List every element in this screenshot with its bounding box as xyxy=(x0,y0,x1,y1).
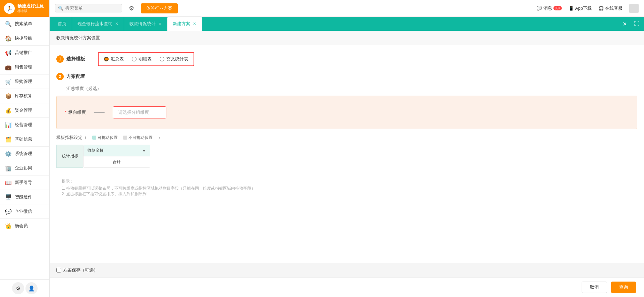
hint-line-2: 2. 点击标题栏下拉可设置排序、插入列和删除列 xyxy=(62,191,632,197)
sidebar-item-management[interactable]: 📊 经营管理 xyxy=(0,118,49,132)
tab-close-icon[interactable]: ✕ xyxy=(158,21,162,26)
fixed-label: 不可拖动位置 xyxy=(128,135,153,141)
chevron-down-icon: ▼ xyxy=(142,149,146,153)
hint-title: 提示： xyxy=(62,179,632,184)
sidebar-item-basicinfo[interactable]: 🗂️ 基础信息 xyxy=(0,132,49,147)
sales-icon: 💼 xyxy=(5,64,11,70)
breadcrumb-text: 收款情况统计方案设置 xyxy=(56,35,100,40)
metrics-section-header: 统计指标 xyxy=(56,145,83,168)
radio-summary[interactable]: 汇总表 xyxy=(104,56,124,62)
sidebar-item-label: 库存核算 xyxy=(15,93,32,99)
sidebar-bottom: ⚙ 👤 xyxy=(0,279,49,297)
sidebar-item-label: 智能硬件 xyxy=(15,194,32,200)
sidebar-item-label: 销售管理 xyxy=(15,64,32,70)
sidebar-item-label: 企业协同 xyxy=(15,165,32,171)
weixin-icon: 💬 xyxy=(5,208,11,214)
sidebar-item-system[interactable]: ⚙️ 系统管理 xyxy=(0,147,49,161)
sidebar-item-label: 基础信息 xyxy=(15,136,32,142)
query-button[interactable]: 查询 xyxy=(611,282,636,293)
tab-label: 首页 xyxy=(58,21,66,27)
sidebar: 🏃 畅捷通好生意 标准版 🔍 搜索菜单 🏠 快捷导航 📢 营销推广 💼 销售管理… xyxy=(0,0,50,297)
metrics-config-text: 模板指标设定（ xyxy=(56,135,87,141)
sidebar-item-weixin[interactable]: 💬 企业微信 xyxy=(0,204,49,219)
page-body: 1 选择模板 汇总表 明细表 交叉统计表 xyxy=(50,45,644,263)
search-icon: 🔍 xyxy=(5,21,11,27)
step1-num: 1 xyxy=(56,55,64,63)
cancel-button[interactable]: 取消 xyxy=(582,282,607,293)
radio-detail-input[interactable] xyxy=(132,57,137,61)
tab-label: 现金银行流水查询 xyxy=(77,21,112,27)
arrow-icon: —— xyxy=(94,109,105,115)
radio-cross[interactable]: 交叉统计表 xyxy=(160,56,188,62)
sidebar-item-purchase[interactable]: 🛒 采购管理 xyxy=(0,75,49,89)
step1-header: 1 选择模板 汇总表 明细表 交叉统计表 xyxy=(56,52,637,66)
save-checkbox[interactable] xyxy=(56,268,61,273)
dimension-selector[interactable]: 请选择分组维度 xyxy=(113,106,166,118)
step2-num: 2 xyxy=(56,73,64,80)
sidebar-item-label: 系统管理 xyxy=(15,151,32,157)
tab-receipts[interactable]: 收款情况统计 ✕ xyxy=(124,17,167,31)
logo-badge: 标准版 xyxy=(17,9,44,13)
tab-cashflow[interactable]: 现金银行流水查询 ✕ xyxy=(72,17,124,31)
basicinfo-icon: 🗂️ xyxy=(5,136,11,142)
sidebar-item-quicknav[interactable]: 🏠 快捷导航 xyxy=(0,31,49,46)
inventory-icon: 📦 xyxy=(5,93,11,99)
vertical-dim-label: * 纵向维度 xyxy=(65,109,86,115)
sidebar-settings-btn[interactable]: ⚙ xyxy=(12,282,24,294)
sidebar-item-search[interactable]: 🔍 搜索菜单 xyxy=(0,17,49,31)
radio-cross-input[interactable] xyxy=(160,57,164,61)
radio-summary-input[interactable] xyxy=(104,57,109,61)
tab-close-icon[interactable]: ✕ xyxy=(193,21,196,26)
trial-button[interactable]: 体验行业方案 xyxy=(141,3,178,13)
enterprise-icon: 🏢 xyxy=(5,165,11,171)
sidebar-item-label: 畅会员 xyxy=(15,223,28,229)
draggable-label: 可拖动位置 xyxy=(98,135,118,141)
sidebar-item-label: 搜索菜单 xyxy=(15,21,32,27)
tab-newplan[interactable]: 新建方案 ✕ xyxy=(167,17,202,31)
sidebar-item-guide[interactable]: 📖 新手引导 xyxy=(0,176,49,190)
step1-section: 1 选择模板 汇总表 明细表 交叉统计表 xyxy=(56,52,637,66)
sidebar-item-marketing[interactable]: 📢 营销推广 xyxy=(0,46,49,60)
template-options: 汇总表 明细表 交叉统计表 xyxy=(98,52,194,66)
tab-home[interactable]: 首页 xyxy=(52,17,72,31)
search-box[interactable]: 🔍 xyxy=(55,4,122,12)
sidebar-item-member[interactable]: 👑 畅会员 xyxy=(0,219,49,233)
hint-area: 提示： 1. 拖动标题栏可以调整布局，不可跨维度或指标区域拖动栏目字段（只能在同… xyxy=(56,175,637,201)
tab-maximize-icon[interactable]: ⛶ xyxy=(632,19,641,29)
sidebar-item-finance[interactable]: 💰 资金管理 xyxy=(0,103,49,118)
metrics-col-header[interactable]: 收款金额 ▼ xyxy=(84,145,150,156)
sidebar-item-enterprise[interactable]: 🏢 企业协同 xyxy=(0,161,49,176)
sidebar-item-label: 新手引导 xyxy=(15,180,32,186)
sidebar-item-hardware[interactable]: 🖥️ 智能硬件 xyxy=(0,190,49,204)
search-input[interactable] xyxy=(65,6,119,11)
service-btn[interactable]: 🎧 在线客服 xyxy=(598,5,623,11)
download-btn[interactable]: 📱 App下载 xyxy=(569,5,592,11)
topbar-right: 💬 消息 99+ 📱 App下载 🎧 在线客服 xyxy=(537,4,639,13)
tab-close-all-icon[interactable]: ✕ xyxy=(620,19,629,29)
service-label: 在线客服 xyxy=(605,5,623,11)
sidebar-item-label: 快捷导航 xyxy=(15,35,32,41)
message-btn[interactable]: 💬 消息 99+ xyxy=(537,5,562,11)
metrics-config-suffix: ） xyxy=(158,135,162,141)
content-area: 收款情况统计方案设置 1 选择模板 汇总表 明细表 xyxy=(50,31,644,277)
user-avatar[interactable] xyxy=(629,4,639,13)
marketing-icon: 📢 xyxy=(5,50,11,56)
metrics-row: 合计 xyxy=(84,156,150,167)
tab-close-icon[interactable]: ✕ xyxy=(115,21,118,26)
step2-header: 2 方案配置 xyxy=(56,73,637,80)
message-icon: 💬 xyxy=(537,6,542,11)
system-icon: ⚙️ xyxy=(5,151,11,157)
save-checkbox-wrap: 方案保存（可选） xyxy=(56,267,98,273)
message-label: 消息 xyxy=(543,5,552,11)
sidebar-item-sales[interactable]: 💼 销售管理 xyxy=(0,60,49,75)
sidebar-item-inventory[interactable]: 📦 库存核算 xyxy=(0,89,49,103)
legend-draggable: 可拖动位置 xyxy=(92,135,118,141)
sidebar-item-label: 企业微信 xyxy=(15,208,32,214)
radio-detail[interactable]: 明细表 xyxy=(132,56,152,62)
sidebar-user-btn[interactable]: 👤 xyxy=(25,282,38,294)
finance-icon: 💰 xyxy=(5,107,11,113)
guide-icon: 📖 xyxy=(5,180,11,186)
tab-label: 收款情况统计 xyxy=(129,21,156,27)
settings-icon[interactable]: ⚙ xyxy=(126,3,137,14)
message-badge: 99+ xyxy=(553,6,562,10)
